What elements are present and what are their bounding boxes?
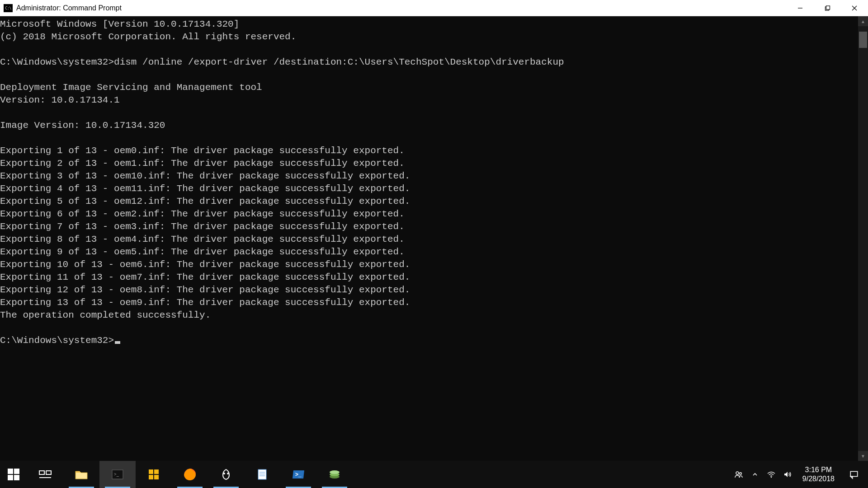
svg-point-26 bbox=[740, 473, 742, 475]
layers-icon bbox=[327, 467, 342, 482]
scroll-track[interactable] bbox=[858, 26, 868, 451]
svg-point-24 bbox=[330, 470, 340, 474]
notepad-icon bbox=[255, 467, 270, 482]
svg-text:>_: >_ bbox=[114, 472, 119, 477]
notepad-taskbar[interactable] bbox=[244, 461, 280, 488]
close-button[interactable] bbox=[841, 0, 868, 16]
command-prompt-window: C:\ Administrator: Command Prompt Micros… bbox=[0, 0, 868, 461]
window-title: Administrator: Command Prompt bbox=[16, 4, 787, 12]
firefox-taskbar[interactable] bbox=[172, 461, 208, 488]
task-view-icon bbox=[38, 467, 53, 482]
wifi-icon[interactable] bbox=[764, 461, 778, 488]
powershell-taskbar[interactable]: >_ bbox=[280, 461, 316, 488]
puzzle-icon bbox=[146, 467, 161, 482]
terminal-output[interactable]: Microsoft Windows [Version 10.0.17134.32… bbox=[0, 16, 858, 461]
maximize-icon bbox=[824, 5, 830, 11]
window-buttons bbox=[787, 0, 868, 16]
svg-rect-13 bbox=[154, 475, 159, 479]
terminal-prompt[interactable]: C:\Windows\system32> bbox=[0, 335, 114, 346]
windows-logo-icon bbox=[8, 469, 19, 480]
volume-icon[interactable] bbox=[781, 461, 794, 488]
clock-date: 9/28/2018 bbox=[802, 474, 835, 483]
app-icon: C:\ bbox=[4, 4, 13, 12]
svg-rect-6 bbox=[46, 471, 51, 474]
app-taskbar-3[interactable] bbox=[136, 461, 172, 488]
close-icon bbox=[851, 5, 858, 11]
svg-rect-5 bbox=[39, 471, 44, 474]
svg-point-15 bbox=[223, 473, 225, 474]
app-taskbar-5[interactable] bbox=[208, 461, 244, 488]
titlebar[interactable]: C:\ Administrator: Command Prompt bbox=[0, 0, 868, 16]
people-icon[interactable] bbox=[732, 461, 745, 488]
scroll-thumb[interactable] bbox=[859, 32, 867, 48]
command-prompt-taskbar[interactable]: >_ bbox=[99, 461, 136, 488]
minimize-icon bbox=[797, 5, 803, 11]
svg-point-25 bbox=[736, 472, 739, 474]
app-taskbar-8[interactable] bbox=[316, 461, 353, 488]
gitkraken-icon bbox=[218, 467, 234, 482]
tray-overflow-button[interactable] bbox=[748, 461, 762, 488]
maximize-button[interactable] bbox=[814, 0, 841, 16]
svg-rect-17 bbox=[258, 469, 266, 479]
minimize-button[interactable] bbox=[787, 0, 814, 16]
terminal-icon: >_ bbox=[110, 467, 125, 482]
terminal-cursor bbox=[115, 341, 120, 344]
task-view-button[interactable] bbox=[27, 461, 63, 488]
svg-text:>_: >_ bbox=[295, 471, 302, 478]
folder-icon bbox=[74, 467, 89, 482]
action-center-button[interactable] bbox=[843, 461, 865, 488]
scroll-up-button[interactable]: ▲ bbox=[858, 16, 868, 26]
terminal-area: Microsoft Windows [Version 10.0.17134.32… bbox=[0, 16, 868, 461]
taskbar: >_ >_ 3:16 PM 9/28/2018 bbox=[0, 461, 868, 488]
svg-rect-10 bbox=[149, 469, 153, 474]
svg-rect-28 bbox=[850, 471, 857, 476]
svg-point-27 bbox=[771, 477, 772, 478]
clock-time: 3:16 PM bbox=[802, 465, 835, 474]
powershell-icon: >_ bbox=[291, 467, 306, 482]
notification-icon bbox=[849, 469, 859, 479]
svg-rect-11 bbox=[154, 469, 159, 474]
taskbar-clock[interactable]: 3:16 PM 9/28/2018 bbox=[797, 465, 840, 483]
system-tray: 3:16 PM 9/28/2018 bbox=[732, 461, 868, 488]
svg-rect-12 bbox=[149, 475, 153, 479]
firefox-icon bbox=[182, 467, 198, 482]
scrollbar[interactable]: ▲ ▼ bbox=[858, 16, 868, 461]
start-button[interactable] bbox=[0, 461, 27, 488]
scroll-down-button[interactable]: ▼ bbox=[858, 451, 868, 461]
svg-point-16 bbox=[227, 473, 229, 474]
svg-rect-2 bbox=[826, 6, 830, 9]
file-explorer-taskbar[interactable] bbox=[63, 461, 99, 488]
